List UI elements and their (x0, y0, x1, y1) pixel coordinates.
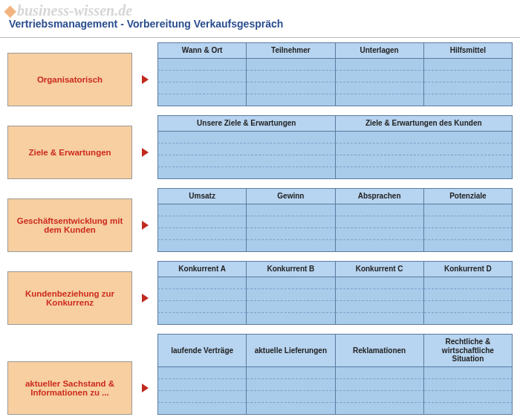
table-cell[interactable] (157, 94, 247, 106)
column-header: Konkurrent C (336, 261, 424, 277)
table-cell[interactable] (247, 240, 335, 252)
table-cell[interactable] (336, 289, 424, 301)
table-cell[interactable] (336, 367, 424, 379)
table-cell[interactable] (336, 167, 513, 179)
table-cell[interactable] (157, 403, 247, 415)
table-cell[interactable] (247, 301, 335, 313)
grid: Konkurrent A Konkurrent B Konkurrent C K… (157, 261, 513, 325)
table-cell[interactable] (157, 71, 247, 83)
table-cell[interactable] (424, 367, 513, 379)
table-cell[interactable] (336, 216, 424, 228)
table-cell[interactable] (157, 301, 247, 313)
section-row: aktueller Sachstand & Informationen zu .… (7, 334, 513, 415)
table-cell[interactable] (424, 301, 513, 313)
table-cell[interactable] (247, 83, 335, 94)
table-cell[interactable] (247, 379, 335, 391)
grid-body (157, 277, 513, 325)
section-row: Kundenbeziehung zur Konkurrenz Konkurren… (7, 261, 513, 325)
table-cell[interactable] (336, 301, 424, 313)
table-cell[interactable] (157, 143, 336, 155)
table-cell[interactable] (336, 132, 513, 143)
arrow-col (132, 126, 157, 179)
table-cell[interactable] (336, 204, 424, 216)
section-row: Ziele & Erwartungen Unsere Ziele & Erwar… (7, 115, 513, 179)
grid-headers: Unsere Ziele & Erwartungen Ziele & Erwar… (157, 115, 513, 132)
table-cell[interactable] (424, 59, 513, 71)
section-label-geschaeftsentwicklung: Geschäftsentwicklung mit dem Kunden (7, 198, 132, 252)
table-cell[interactable] (247, 216, 335, 228)
grid: Umsatz Gewinn Absprachen Potenziale (157, 188, 513, 252)
table-cell[interactable] (247, 94, 335, 106)
table-cell[interactable] (247, 277, 335, 289)
table-cell[interactable] (424, 71, 513, 83)
grid: Wann & Ort Teilnehmer Unterlagen Hilfsmi… (157, 42, 513, 106)
table-cell[interactable] (424, 216, 513, 228)
arrow-icon (142, 75, 149, 84)
grid: laufende Verträge aktuelle Lieferungen R… (157, 334, 513, 415)
table-cell[interactable] (247, 71, 335, 83)
table-cell[interactable] (157, 216, 247, 228)
table-cell[interactable] (336, 94, 424, 106)
column-header: aktuelle Lieferungen (247, 334, 335, 367)
table-cell[interactable] (336, 379, 424, 391)
table-cell[interactable] (157, 240, 247, 252)
table-cell[interactable] (336, 155, 513, 167)
table-cell[interactable] (247, 313, 335, 325)
section-label-sachstand: aktueller Sachstand & Informationen zu .… (7, 361, 132, 415)
table-cell[interactable] (157, 313, 247, 325)
arrow-icon (142, 294, 149, 303)
table-cell[interactable] (424, 228, 513, 240)
table-cell[interactable] (336, 143, 513, 155)
table-cell[interactable] (424, 379, 513, 391)
table-cell[interactable] (424, 391, 513, 403)
table-cell[interactable] (157, 289, 247, 301)
grid-body (157, 367, 513, 415)
sections-container: Organisatorisch Wann & Ort Teilnehmer Un… (0, 42, 520, 415)
grid-headers: Umsatz Gewinn Absprachen Potenziale (157, 188, 513, 204)
column-header: Konkurrent A (157, 261, 247, 277)
page-title: Vertriebsmanagement - Vorbereitung Verka… (0, 0, 520, 38)
table-cell[interactable] (336, 228, 424, 240)
table-cell[interactable] (424, 83, 513, 94)
table-cell[interactable] (157, 391, 247, 403)
table-cell[interactable] (247, 289, 335, 301)
table-cell[interactable] (336, 71, 424, 83)
table-cell[interactable] (424, 313, 513, 325)
grid-body (157, 132, 513, 179)
table-cell[interactable] (424, 240, 513, 252)
table-cell[interactable] (157, 277, 247, 289)
table-cell[interactable] (424, 289, 513, 301)
table-cell[interactable] (157, 167, 336, 179)
table-cell[interactable] (157, 155, 336, 167)
section-label-organisatorisch: Organisatorisch (7, 53, 132, 106)
table-cell[interactable] (157, 367, 247, 379)
table-cell[interactable] (157, 132, 336, 143)
table-cell[interactable] (336, 277, 424, 289)
table-cell[interactable] (157, 228, 247, 240)
table-cell[interactable] (424, 277, 513, 289)
table-cell[interactable] (247, 391, 335, 403)
table-cell[interactable] (157, 379, 247, 391)
arrow-col (132, 198, 157, 252)
table-cell[interactable] (247, 228, 335, 240)
arrow-icon (142, 221, 149, 230)
table-cell[interactable] (157, 59, 247, 71)
table-cell[interactable] (336, 240, 424, 252)
table-cell[interactable] (157, 83, 247, 94)
table-cell[interactable] (247, 403, 335, 415)
table-cell[interactable] (336, 313, 424, 325)
table-cell[interactable] (336, 59, 424, 71)
table-cell[interactable] (424, 94, 513, 106)
table-cell[interactable] (424, 403, 513, 415)
table-cell[interactable] (336, 403, 424, 415)
table-cell[interactable] (336, 391, 424, 403)
table-cell[interactable] (247, 59, 335, 71)
table-cell[interactable] (247, 204, 335, 216)
table-cell[interactable] (336, 83, 424, 94)
table-cell[interactable] (424, 204, 513, 216)
table-cell[interactable] (157, 204, 247, 216)
section-row: Organisatorisch Wann & Ort Teilnehmer Un… (7, 42, 513, 106)
grid: Unsere Ziele & Erwartungen Ziele & Erwar… (157, 115, 513, 179)
section-label-kundenbeziehung: Kundenbeziehung zur Konkurrenz (7, 271, 132, 325)
table-cell[interactable] (247, 367, 335, 379)
